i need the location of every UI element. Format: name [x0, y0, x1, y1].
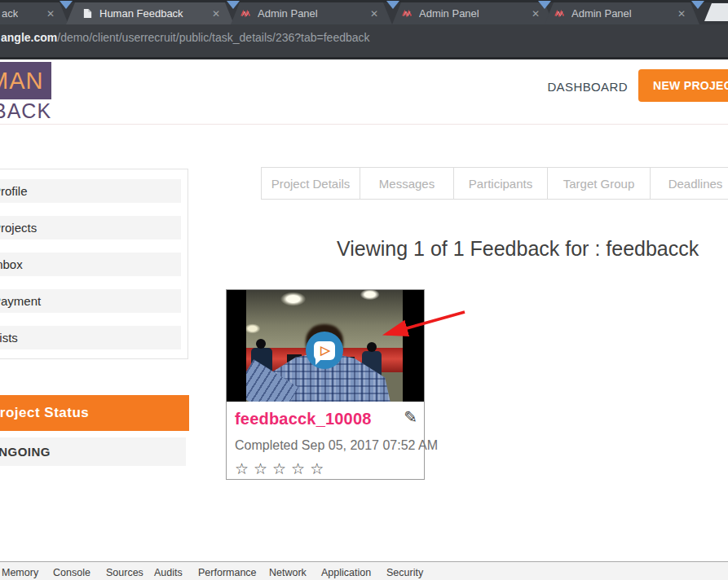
play-button[interactable]: ▷ [306, 332, 343, 369]
devtools-tab-network[interactable]: Network [269, 567, 307, 578]
devtools-tab-audits[interactable]: Audits [154, 567, 183, 578]
logo[interactable]: MAN [0, 62, 51, 99]
tab-separator-notch [691, 1, 704, 9]
sidebar-item-inbox[interactable]: Inbox [0, 253, 181, 276]
browser-tab-label: ack [2, 7, 18, 20]
url-bar[interactable]: angle.com/demo/client/userrecruit/public… [0, 24, 728, 59]
feedback-status-text: Completed Sep 05, 2017 07:52 AM [235, 438, 416, 453]
feedback-card-info: feedbacck_10008 ✎ Completed Sep 05, 2017… [227, 402, 424, 478]
logo-top-text: MAN [0, 68, 43, 94]
url-domain: angle.com [1, 31, 57, 44]
tab-separator-notch [538, 1, 551, 9]
devtools-tab-memory[interactable]: Memory [2, 567, 38, 578]
document-icon [82, 8, 93, 19]
new-tab-button[interactable] [704, 3, 728, 21]
devtools-bar: Memory Console Sources Audits Performanc… [0, 561, 728, 580]
browser-tab-human-feedback[interactable]: Human Feedback ✕ [66, 2, 234, 24]
devtools-tab-security[interactable]: Security [386, 567, 423, 578]
url-path: /demo/client/userrecruit/public/task_det… [57, 31, 369, 44]
page-title: Viewing 1 of 1 Feedback for : feedbacck [337, 237, 699, 261]
feedback-title-link[interactable]: feedbacck_10008 [235, 410, 416, 428]
play-bubble-icon: ▷ [314, 341, 335, 360]
close-icon[interactable]: ✕ [210, 8, 223, 20]
feedback-card: ▷ feedbacck_10008 ✎ Completed Sep 05, 20… [226, 289, 425, 480]
zigzag-favicon-icon [554, 8, 565, 19]
devtools-tab-console[interactable]: Console [53, 567, 90, 578]
sidebar-item-lists[interactable]: Lists [0, 326, 181, 349]
window-frame-top [0, 0, 728, 2]
browser-tab-admin-panel-2[interactable]: Admin Panel ✕ [392, 2, 554, 24]
browser-tab-label: Admin Panel [571, 7, 675, 20]
browser-tab-label: Admin Panel [419, 7, 529, 20]
project-status-ongoing[interactable]: ONGOING [0, 437, 186, 466]
sidebar-menu: Profile Projects Inbox Payment Lists [0, 169, 188, 359]
zigzag-favicon-icon [240, 8, 251, 19]
close-icon[interactable]: ✕ [44, 8, 57, 20]
tab-separator-notch [386, 1, 399, 9]
screen: ack ✕ Human Feedback ✕ Admin Panel ✕ [0, 0, 728, 580]
tab-separator-notch [60, 1, 73, 9]
project-status-header: Project Status [0, 395, 189, 431]
devtools-tab-performance[interactable]: Performance [198, 567, 257, 578]
photo-person-head [256, 339, 266, 349]
logo-bottom-text: BACK [0, 99, 66, 123]
tab-messages[interactable]: Messages [360, 167, 454, 200]
browser-tab-admin-panel-1[interactable]: Admin Panel ✕ [231, 2, 392, 24]
tab-participants[interactable]: Participants [453, 167, 548, 200]
edit-pencil-icon[interactable]: ✎ [404, 407, 417, 427]
close-icon[interactable]: ✕ [368, 8, 381, 20]
zigzag-favicon-icon [402, 8, 413, 19]
sidebar-item-projects[interactable]: Projects [0, 216, 181, 239]
project-tab-bar: Project Details Messages Participants Ta… [261, 167, 728, 200]
video-thumbnail[interactable]: ▷ [227, 290, 424, 402]
sidebar-item-payment[interactable]: Payment [0, 289, 181, 313]
dashboard-link[interactable]: DASHBOARD [547, 80, 628, 94]
browser-tab-label: Admin Panel [258, 7, 368, 20]
browser-tab-admin-panel-3[interactable]: Admin Panel ✕ [545, 2, 699, 24]
browser-chrome: ack ✕ Human Feedback ✕ Admin Panel ✕ [0, 0, 728, 59]
devtools-tab-sources[interactable]: Sources [106, 567, 143, 578]
tab-deadlines[interactable]: Deadlines [650, 167, 728, 200]
tab-project-details[interactable]: Project Details [261, 167, 360, 200]
sidebar-item-profile[interactable]: Profile [0, 179, 181, 203]
devtools-tab-application[interactable]: Application [321, 567, 371, 578]
close-icon[interactable]: ✕ [529, 8, 542, 20]
tab-target-group[interactable]: Target Group [547, 167, 651, 200]
play-icon: ▷ [320, 343, 330, 358]
browser-tab-label: Human Feedback [99, 7, 210, 20]
site-header: MAN BACK DASHBOARD NEW PROJECT [0, 59, 728, 125]
close-icon[interactable]: ✕ [675, 8, 688, 20]
star-rating[interactable]: ☆☆☆☆☆ [235, 459, 416, 478]
new-project-button[interactable]: NEW PROJECT [638, 69, 728, 102]
browser-tab-1[interactable]: ack ✕ [0, 2, 68, 24]
tab-separator-notch [227, 1, 240, 9]
